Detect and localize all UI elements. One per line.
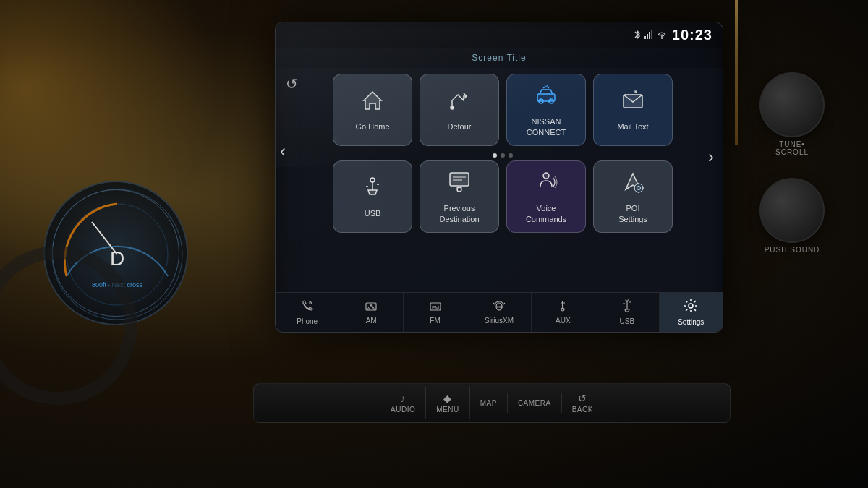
tile-detour-label: Detour [447,121,471,132]
nav-fm-label: FM [430,317,440,325]
back-button[interactable]: ↺ [286,75,298,93]
svg-point-9 [661,38,663,39]
detour-icon [446,87,472,119]
back-phys-label: BACK [572,406,593,414]
camera-button[interactable]: CAMERA [508,393,562,413]
audio-button[interactable]: ♪ AUDIO [380,387,426,419]
tile-detour[interactable]: Detour [420,74,499,146]
tile-mail-text-label: Mail Text [617,121,648,132]
nav-siriusxm[interactable]: sxm SiriusXM [467,293,531,332]
tile-row-1: Go Home Detour [312,74,694,146]
infotainment-screen: 10:23 Screen Title ↺ ‹ Go Home [275,22,723,333]
nav-aux[interactable]: AUX [532,293,595,332]
dot-3 [509,153,513,158]
svg-rect-5 [644,36,646,39]
siriusxm-nav-icon: sxm [492,300,506,315]
signal-icon [644,30,655,40]
screen-content: ↺ ‹ Go Home [276,68,723,246]
svg-rect-7 [649,32,650,39]
poi-icon [620,169,646,200]
screen-title-bar: Screen Title [276,48,723,68]
svg-rect-6 [647,34,648,39]
trim-piece [735,0,738,145]
svg-point-18 [370,178,375,182]
tile-prev-dest-label: PreviousDestination [439,203,479,224]
tile-poi-settings-label: POISettings [618,203,647,224]
usb-nav-icon [621,299,633,316]
audio-icon: ♪ [400,393,406,404]
svg-point-25 [457,187,461,192]
scroll-right-button[interactable]: › [708,147,714,167]
dot-1 [493,153,497,158]
tune-scroll-label: TUNE• SCROLL [775,140,809,156]
tile-voice-commands-label: VoiceCommands [526,203,566,224]
right-controls: TUNE• SCROLL PUSH SOUND [760,72,825,254]
prev-dest-icon [446,169,472,200]
tile-voice-commands[interactable]: VoiceCommands [506,160,586,233]
page-dots [312,153,694,158]
camera-label: CAMERA [518,399,551,407]
svg-point-26 [543,173,549,179]
status-bar: 10:23 [276,22,723,48]
svg-line-2 [92,222,117,254]
audio-label: AUDIO [391,406,415,414]
nissan-connect-icon [533,82,559,114]
push-sound-group: PUSH SOUND [760,178,825,254]
svg-text:sxm: sxm [496,304,503,309]
nav-aux-label: AUX [556,317,571,325]
nav-am[interactable]: AM [339,293,403,332]
nav-usb[interactable]: USB [595,293,659,332]
nav-fm[interactable]: FM FM [404,293,467,332]
nav-siriusxm-label: SiriusXM [485,317,514,325]
svg-rect-11 [537,94,555,101]
back-arrow-icon: ↺ [578,393,587,404]
tile-nissan-connect[interactable]: NISSANCONNECT [506,74,586,146]
bluetooth-icon [633,30,642,41]
menu-button[interactable]: ◆ MENU [426,387,469,419]
dot-2 [501,153,505,158]
menu-label: MENU [436,406,459,414]
nav-settings-label: Settings [678,318,704,326]
push-sound-label: PUSH SOUND [765,246,820,254]
am-nav-icon [365,300,378,315]
tile-nissan-connect-label: NISSANCONNECT [527,116,566,137]
nav-phone-label: Phone [297,317,318,325]
phone-nav-icon [301,299,314,316]
physical-button-row: ♪ AUDIO ◆ MENU MAP CAMERA ↺ BACK [253,383,731,423]
antenna-icon [658,30,666,40]
tune-scroll-knob[interactable] [760,72,825,137]
svg-rect-22 [450,173,469,186]
svg-point-10 [451,106,454,109]
home-icon [359,87,386,119]
voice-icon [533,169,559,200]
back-phys-button[interactable]: ↺ BACK [562,387,603,419]
nav-settings[interactable]: Settings [660,293,723,332]
svg-point-27 [634,184,643,192]
tile-go-home[interactable]: Go Home [333,74,412,146]
tile-poi-settings[interactable]: POISettings [593,160,673,233]
tile-prev-destination[interactable]: PreviousDestination [420,160,499,233]
aux-nav-icon [556,300,569,315]
nav-am-label: AM [366,317,377,325]
clock-display: 10:23 [672,27,712,43]
tile-usb-label: USB [365,208,381,218]
menu-icon: ◆ [443,393,452,404]
scroll-left-button[interactable]: ‹ [280,141,286,161]
tile-usb[interactable]: USB [333,160,412,233]
nav-phone[interactable]: Phone [276,293,339,332]
usb-tile-icon [359,174,386,205]
svg-text:FM: FM [432,305,439,310]
svg-text:D: D [110,247,124,270]
svg-point-44 [689,304,693,308]
nav-usb-label: USB [620,317,635,325]
map-label: MAP [480,399,497,407]
bottom-nav-bar: Phone AM FM FM [276,292,723,332]
status-icons [633,30,666,41]
tile-mail-text[interactable]: Mail Text [593,74,673,146]
mail-icon [620,87,646,119]
fm-nav-icon: FM [429,300,442,315]
push-sound-knob[interactable] [760,178,825,243]
tile-row-2: USB PreviousDestination [312,160,694,233]
map-button[interactable]: MAP [470,393,508,413]
tune-scroll-group: TUNE• SCROLL [760,72,825,156]
